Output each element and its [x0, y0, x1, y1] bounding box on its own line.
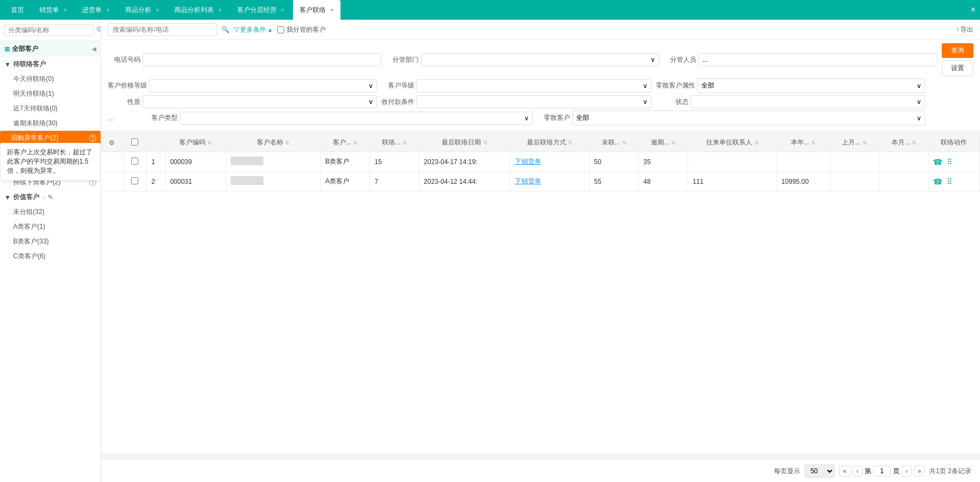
more-filter-btn[interactable]: ... — [108, 114, 113, 122]
table-header-row: ⚙ 客户编码 ⇅ 客户名称 ⇅ — [101, 133, 980, 152]
last-contact-method-link[interactable]: 下销货单 — [515, 158, 541, 165]
tab-customer-contact[interactable]: 客户联络 × — [293, 0, 340, 20]
tab-sales[interactable]: 销货单 × — [33, 0, 73, 20]
row-checkbox[interactable] — [131, 158, 138, 165]
close-customer-contact-tab[interactable]: × — [330, 7, 333, 13]
table-contact-col[interactable]: 联络... ⇅ — [370, 133, 419, 152]
filter-row-2: 客户价格等级 ∨ 客户等级 ∨ 零散客户属性 全部 — [108, 78, 973, 93]
row-checkbox[interactable] — [131, 177, 138, 184]
sidebar-item-unclassified[interactable]: 未分组(32) — [0, 205, 101, 219]
sidebar-item-classB[interactable]: B类客户(33) — [0, 234, 101, 249]
search-icon[interactable]: 🔍 — [221, 26, 230, 33]
select-all-checkbox[interactable] — [131, 138, 138, 146]
contact-icon[interactable]: ☎ — [933, 158, 942, 166]
table-row: 2 000031 A类客户 7 2023-04-12 14:44: 下销货单 5… — [101, 172, 980, 191]
sidebar-item-overdue-contact[interactable]: 逾期未联络(30) — [0, 116, 101, 131]
settings-button[interactable]: 设置 — [942, 60, 973, 76]
value-customers-edit-icon[interactable]: ✎ — [48, 194, 53, 201]
sort-overdue-icon: ⇅ — [671, 140, 676, 146]
row-last-month-cell — [830, 172, 879, 191]
table-overdue-col[interactable]: 逾期... ⇅ — [639, 133, 688, 152]
tab-product-analysis-list[interactable]: 商品分析列表 × — [168, 0, 228, 20]
row-customer-code-cell: 000031 — [166, 172, 226, 191]
sidebar-item-tomorrow-contact[interactable]: 明天待联络(1) — [0, 86, 101, 101]
more-action-icon[interactable]: ⠿ — [947, 177, 952, 186]
payment-select[interactable]: ∨ — [416, 95, 651, 108]
first-page-btn[interactable]: « — [839, 466, 850, 477]
filter-bar: 🔍 ▽ 更多条件 ▲ 我分管的客户 ↑ 导出 — [101, 20, 980, 40]
tab-customer-segment[interactable]: 客户分层经营 × — [231, 0, 291, 20]
sidebar-item-today-contact[interactable]: 今天待联络(0) — [0, 72, 101, 86]
sidebar-item-7day-contact[interactable]: 近7天待联络(0) — [0, 101, 101, 116]
customer-level-filter: 客户等级 ∨ — [382, 79, 651, 92]
per-page-select[interactable]: 20 50 100 200 — [805, 464, 835, 478]
export-button[interactable]: ↑ 导出 — [956, 25, 973, 34]
table-unit-contact-col[interactable]: 往来单位联系人 ⇅ — [688, 133, 777, 152]
more-conditions-btn[interactable]: ▽ 更多条件 ▲ — [234, 25, 273, 34]
table-unpaid-col[interactable]: 未联... ⇅ — [589, 133, 638, 152]
row-index-cell: 1 — [146, 152, 165, 172]
retail-customer-select[interactable]: 全部 ∨ — [572, 111, 925, 125]
table-last-contact-date-col[interactable]: 最后联络日期 ⇅ — [419, 133, 510, 152]
last-page-btn[interactable]: » — [914, 466, 925, 477]
sidebar-item-classA[interactable]: A类客户(1) — [0, 219, 101, 234]
horizontal-scrollbar[interactable] — [101, 453, 980, 460]
table-settings-col[interactable]: ⚙ — [101, 133, 123, 152]
search-input[interactable] — [108, 23, 217, 36]
tab-home[interactable]: 首页 — [4, 0, 31, 20]
customer-type-select[interactable]: ∨ — [180, 112, 533, 125]
my-customers-checkbox-label[interactable]: 我分管的客户 — [277, 25, 326, 34]
table-customer-name-col[interactable]: 客户名称 ⇅ — [226, 133, 321, 152]
row-contact-cell: 7 — [370, 172, 419, 191]
status-filter: 状态 ∨ — [656, 95, 925, 108]
value-customers-circle-icon[interactable]: ○ — [42, 194, 45, 201]
close-all-button[interactable]: × — [971, 5, 976, 15]
query-button[interactable]: 查询 — [942, 43, 973, 58]
sidebar-search-input[interactable] — [4, 24, 94, 36]
sort-last-month-icon: ⇅ — [862, 140, 867, 146]
more-action-icon[interactable]: ⠿ — [947, 158, 952, 166]
customer-level-chevron-icon: ∨ — [643, 82, 648, 90]
table-last-month-col[interactable]: 上月... ⇅ — [830, 133, 879, 152]
sidebar-search-icon[interactable]: 🔍 — [96, 26, 101, 34]
close-product-analysis-list-tab[interactable]: × — [218, 7, 221, 13]
sidebar-item-classC[interactable]: C类客户(6) — [0, 249, 101, 264]
customer-level-select[interactable]: ∨ — [416, 79, 651, 92]
table-customer-type-col[interactable]: 客户... ⇅ — [321, 133, 370, 152]
last-contact-method-link[interactable]: 下销货单 — [515, 177, 541, 185]
table-customer-code-col[interactable]: 客户编码 ⇅ — [166, 133, 226, 152]
status-chevron-icon: ∨ — [917, 98, 922, 106]
phone-input[interactable] — [143, 53, 382, 66]
row-this-year-cell: 10995.00 — [777, 172, 830, 191]
table-this-month-col[interactable]: 本月... ⇅ — [879, 133, 928, 152]
row-contact-cell: 15 — [370, 152, 419, 172]
table-this-year-col[interactable]: 本年... ⇅ — [777, 133, 830, 152]
close-purchase-tab[interactable]: × — [106, 7, 109, 13]
tab-purchase[interactable]: 进货单 × — [75, 0, 116, 20]
price-level-select[interactable]: ∨ — [149, 79, 377, 92]
close-product-analysis-tab[interactable]: × — [156, 7, 159, 13]
retail-attr-select[interactable]: 全部 ∨ — [697, 78, 925, 93]
gender-select[interactable]: ∨ — [143, 95, 377, 108]
page-input[interactable] — [873, 466, 891, 477]
tab-product-analysis[interactable]: 商品分析 × — [119, 0, 166, 20]
sort-unpaid-icon: ⇅ — [622, 140, 626, 146]
phone-text-input[interactable] — [146, 56, 378, 63]
close-sales-tab[interactable]: × — [63, 7, 67, 13]
collapse-sidebar-btn[interactable]: ◀ — [92, 46, 96, 52]
my-customers-checkbox[interactable] — [277, 26, 284, 33]
all-customers-header[interactable]: ⊞ 全部客户 ◀ — [0, 41, 101, 57]
prev-page-btn[interactable]: ‹ — [853, 466, 862, 477]
contact-icon[interactable]: ☎ — [933, 177, 942, 186]
row-index-cell: 2 — [146, 172, 165, 191]
phone-filter: 电话号码 — [108, 53, 382, 66]
dept-select[interactable]: ∨ — [421, 53, 660, 66]
table-last-contact-method-col[interactable]: 最后联络方式 ⇅ — [510, 133, 589, 152]
manager-select[interactable]: ... — [699, 53, 937, 66]
status-select[interactable]: ∨ — [691, 95, 925, 108]
row-customer-name-cell — [226, 152, 321, 172]
close-customer-segment-tab[interactable]: × — [281, 7, 284, 13]
pending-contact-group[interactable]: ▼ 待联络客户 — [0, 57, 101, 72]
value-customers-group: ▼ 价值客户 ○ ✎ — [0, 190, 101, 205]
next-page-btn[interactable]: › — [902, 466, 912, 477]
